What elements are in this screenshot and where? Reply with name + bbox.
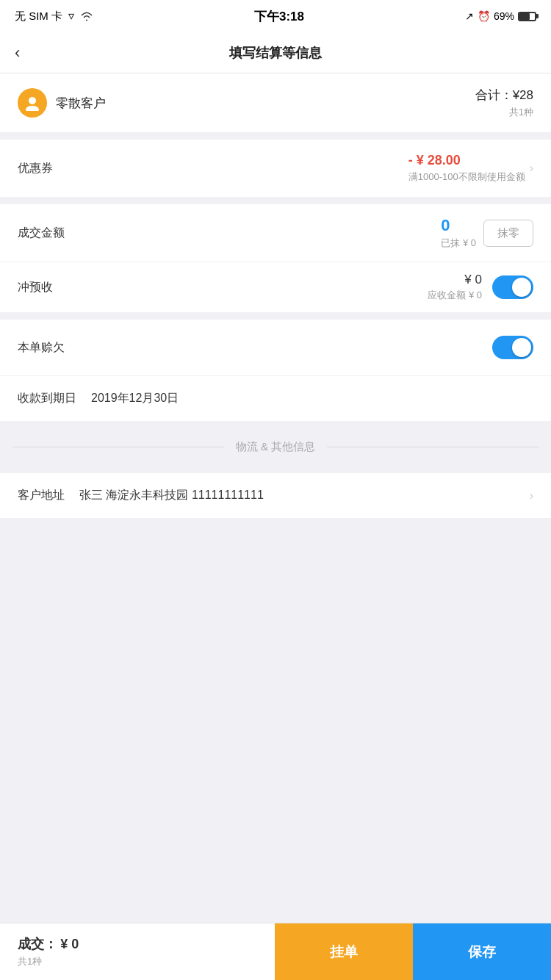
pre-receive-sub: 应收金额 ¥ 0 (428, 289, 482, 302)
customer-name: 零散客户 (56, 95, 106, 112)
deal-amount-row: 成交金额 0 已抹 ¥ 0 抹零 (0, 204, 551, 262)
deal-amount-label: 成交金额 (18, 226, 65, 241)
bottom-deal-amount: 成交： ¥ 0 (18, 935, 257, 953)
status-right: ↗ ⏰ 69% (465, 10, 536, 22)
back-button[interactable]: ‹ (15, 43, 20, 62)
status-bar: 无 SIM 卡 ▿ 下午3:18 ↗ ⏰ 69% (0, 0, 551, 32)
location-icon: ↗ (465, 10, 474, 22)
pre-receive-right: ¥ 0 应收金额 ¥ 0 (428, 273, 533, 302)
toggle-knob (512, 278, 531, 297)
coupon-section[interactable]: 优惠券 - ¥ 28.00 满1000-100不限制使用金额 › (0, 140, 551, 197)
deal-amount-right: 0 已抹 ¥ 0 抹零 (441, 216, 533, 250)
address-section[interactable]: 客户地址 张三 海淀永丰科技园 11111111111 › (0, 473, 551, 518)
customer-section: 零散客户 合计：¥28 共1种 (0, 73, 551, 132)
debit-label: 本单赊欠 (18, 340, 65, 356)
deal-label: 成交： (18, 937, 57, 951)
round-zero-button[interactable]: 抹零 (483, 220, 533, 247)
bottom-count: 共1种 (18, 955, 257, 968)
deal-value: ¥ 0 (60, 937, 79, 951)
pre-receive-amount: ¥ 0 (428, 273, 482, 287)
address-value: 张三 海淀永丰科技园 11111111111 (79, 488, 530, 503)
total-count: 共1种 (475, 106, 533, 119)
coupon-row[interactable]: 优惠券 - ¥ 28.00 满1000-100不限制使用金额 › (0, 140, 551, 197)
pre-receive-amount-block: ¥ 0 应收金额 ¥ 0 (428, 273, 482, 302)
bottom-info: 成交： ¥ 0 共1种 (0, 935, 275, 968)
deal-amount-sub: 已抹 ¥ 0 (441, 237, 476, 250)
status-time: 下午3:18 (254, 8, 304, 25)
wifi-icon (80, 11, 93, 21)
separator-section: 物流 & 其他信息 (0, 428, 551, 466)
address-label: 客户地址 (18, 488, 65, 503)
customer-totals: 合计：¥28 共1种 (475, 87, 533, 119)
address-row[interactable]: 客户地址 张三 海淀永丰科技园 11111111111 › (0, 473, 551, 518)
total-amount: 合计：¥28 (475, 87, 533, 104)
chevron-right-icon: › (530, 162, 533, 175)
bottom-bar: 成交： ¥ 0 共1种 挂单 保存 (0, 923, 551, 980)
coupon-amount: - ¥ 28.00 (408, 153, 525, 168)
page-title: 填写结算等信息 (229, 44, 322, 62)
deal-amount-block: 0 已抹 ¥ 0 (441, 216, 476, 250)
coupon-description: 满1000-100不限制使用金额 (408, 170, 525, 184)
due-date-label: 收款到期日 (18, 391, 76, 406)
content-area: 零散客户 合计：¥28 共1种 优惠券 - ¥ 28.00 满1000-100不… (0, 73, 551, 584)
coupon-label: 优惠券 (18, 161, 53, 176)
battery-icon (518, 12, 536, 21)
battery-percent: 69% (494, 10, 514, 22)
wifi-icon: ▿ (68, 9, 74, 24)
alarm-icon: ⏰ (478, 10, 490, 22)
separator-line-right (327, 447, 539, 447)
debit-row: 本单赊欠 (0, 320, 551, 375)
debit-toggle[interactable] (492, 336, 533, 359)
customer-row: 零散客户 合计：¥28 共1种 (0, 73, 551, 132)
due-date-value: 2019年12月30日 (91, 391, 179, 406)
save-button[interactable]: 保存 (413, 923, 551, 981)
customer-left: 零散客户 (18, 88, 106, 118)
pre-receive-label: 冲预收 (18, 280, 53, 295)
due-date-row: 收款到期日 2019年12月30日 (0, 375, 551, 421)
deal-amount-value: 0 (441, 216, 476, 235)
coupon-info: - ¥ 28.00 满1000-100不限制使用金额 (408, 153, 525, 184)
hold-button[interactable]: 挂单 (275, 923, 413, 981)
deal-section: 成交金额 0 已抹 ¥ 0 抹零 冲预收 ¥ 0 应收金额 ¥ 0 (0, 204, 551, 312)
pre-receive-row: 冲预收 ¥ 0 应收金额 ¥ 0 (0, 262, 551, 312)
customer-avatar (18, 88, 47, 118)
toggle-knob-debit (512, 338, 531, 357)
svg-point-1 (26, 106, 39, 111)
pre-receive-toggle[interactable] (492, 275, 533, 299)
carrier-text: 无 SIM 卡 (15, 10, 62, 24)
coupon-right: - ¥ 28.00 满1000-100不限制使用金额 › (408, 153, 533, 184)
address-chevron-icon: › (530, 489, 533, 502)
separator-label: 物流 & 其他信息 (236, 440, 315, 454)
debit-section: 本单赊欠 收款到期日 2019年12月30日 (0, 320, 551, 421)
user-icon (24, 95, 40, 111)
svg-point-0 (29, 97, 36, 104)
separator-line-left (12, 447, 224, 447)
nav-bar: ‹ 填写结算等信息 (0, 32, 551, 73)
status-left: 无 SIM 卡 ▿ (15, 9, 93, 24)
